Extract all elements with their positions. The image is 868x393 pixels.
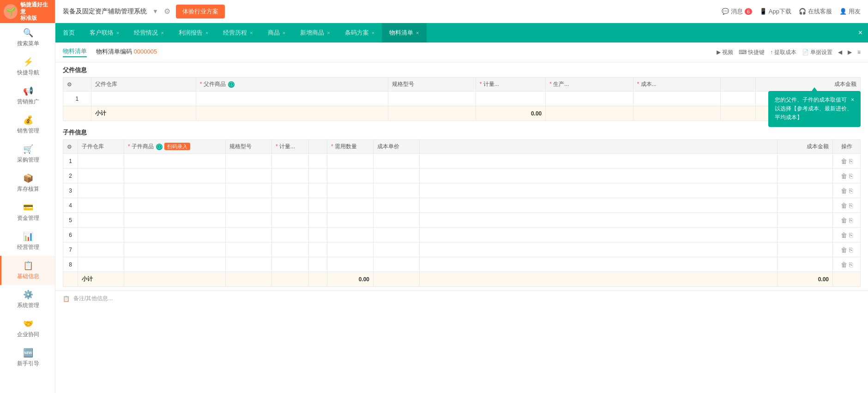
child-row-4-qty[interactable]	[327, 198, 374, 213]
tab-history-close[interactable]: ×	[250, 30, 253, 36]
parent-row-1-production[interactable]	[546, 91, 633, 106]
tooltip-close-button[interactable]: ×	[851, 96, 854, 104]
child-row-5-qty[interactable]	[327, 213, 374, 228]
child-row-5-goods[interactable]	[124, 213, 226, 228]
tab-biz-close[interactable]: ×	[161, 30, 163, 36]
sidebar-item-system[interactable]: ⚙️ 系统管理	[0, 285, 55, 314]
child-row-7-spec[interactable]	[226, 242, 272, 257]
sidebar-item-marketing[interactable]: 📢 营销推广	[0, 81, 55, 110]
delete-icon[interactable]: 🗑	[841, 231, 847, 239]
child-row-2-unit[interactable]	[272, 169, 309, 183]
child-row-7-warehouse[interactable]	[78, 242, 124, 257]
child-row-6-warehouse[interactable]	[78, 228, 124, 242]
tab-bom[interactable]: 物料清单 ×	[382, 23, 426, 42]
copy-icon[interactable]: ⎘	[849, 172, 853, 180]
parent-row-1-cost[interactable]	[633, 91, 720, 106]
child-row-2-spec[interactable]	[226, 169, 272, 183]
child-row-3-unit[interactable]	[272, 183, 309, 198]
child-row-1-qty[interactable]	[327, 154, 374, 169]
child-row-8-warehouse[interactable]	[78, 257, 124, 272]
cost-action[interactable]: ↑ 提取成本	[770, 48, 796, 56]
child-row-3-spec[interactable]	[226, 183, 272, 198]
child-row-5-unit[interactable]	[272, 213, 309, 228]
tab-profit[interactable]: 利润报告 ×	[171, 23, 216, 42]
sub-tab-list[interactable]: 物料清单	[63, 47, 87, 57]
child-row-3-amount[interactable]	[778, 183, 833, 198]
settings-action[interactable]: 📄 单据设置	[802, 48, 832, 56]
tab-customer[interactable]: 客户联络 ×	[82, 23, 127, 42]
sidebar-item-quick-nav[interactable]: ⚡ 快捷导航	[0, 52, 55, 81]
child-col-settings[interactable]: ⚙	[63, 140, 78, 154]
user-action[interactable]: 👤 用友	[839, 7, 861, 16]
app-action[interactable]: 📱 App下载	[760, 7, 791, 16]
child-row-6-goods[interactable]	[124, 228, 226, 242]
child-row-1-amount[interactable]	[778, 154, 833, 169]
scan-badge[interactable]: 扫码录入	[164, 143, 190, 150]
child-row-7-qty[interactable]	[327, 242, 374, 257]
child-row-8-amount[interactable]	[778, 257, 833, 272]
trial-button[interactable]: 体验行业方案	[176, 5, 225, 18]
sidebar-item-ops[interactable]: 📊 经营管理	[0, 227, 55, 256]
sidebar-item-search[interactable]: 🔍 搜索菜单	[0, 23, 55, 52]
child-row-7-unit[interactable]	[272, 242, 309, 257]
child-row-8-qty[interactable]	[327, 257, 374, 272]
child-row-4-amount[interactable]	[778, 198, 833, 213]
parent-row-1-warehouse[interactable]	[91, 91, 196, 106]
child-row-8-unit[interactable]	[272, 257, 309, 272]
child-row-7-amount[interactable]	[778, 242, 833, 257]
child-row-1-spec[interactable]	[226, 154, 272, 169]
parent-row-1-spec[interactable]	[388, 91, 476, 106]
child-row-8-unit-price[interactable]	[374, 257, 420, 272]
delete-icon[interactable]: 🗑	[841, 261, 847, 268]
tab-barcode[interactable]: 条码方案 ×	[338, 23, 382, 42]
copy-icon[interactable]: ⎘	[849, 231, 853, 239]
delete-icon[interactable]: 🗑	[841, 217, 847, 224]
child-row-3-unit-price[interactable]	[374, 183, 420, 198]
child-row-4-unit-price[interactable]	[374, 198, 420, 213]
sidebar-item-finance[interactable]: 💳 资金管理	[0, 198, 55, 227]
sidebar-item-sales[interactable]: 💰 销售管理	[0, 110, 55, 139]
view-action[interactable]: ▶ 视频	[717, 48, 733, 56]
child-row-8-spec[interactable]	[226, 257, 272, 272]
sidebar-item-guide[interactable]: 🆕 新手引导	[0, 343, 55, 372]
message-action[interactable]: 💬 消息 6	[722, 7, 752, 16]
shortcut-action[interactable]: ⌨ 快捷键	[739, 48, 765, 56]
child-row-6-amount[interactable]	[778, 228, 833, 242]
child-row-7-unit-price[interactable]	[374, 242, 420, 257]
tab-new-goods[interactable]: 新增商品 ×	[293, 23, 337, 42]
delete-icon[interactable]: 🗑	[841, 202, 847, 209]
tab-biz[interactable]: 经营情况 ×	[127, 23, 171, 42]
child-row-5-warehouse[interactable]	[78, 213, 124, 228]
tab-history[interactable]: 经营历程 ×	[216, 23, 260, 42]
child-row-1-goods[interactable]	[124, 154, 226, 169]
copy-icon[interactable]: ⎘	[849, 217, 853, 224]
system-title-dropdown[interactable]: ▼	[152, 8, 158, 15]
child-row-2-qty[interactable]	[327, 169, 374, 183]
child-row-6-unit[interactable]	[272, 228, 309, 242]
child-row-6-qty[interactable]	[327, 228, 374, 242]
child-row-1-unit-price[interactable]	[374, 154, 420, 169]
tab-customer-close[interactable]: ×	[116, 30, 119, 36]
child-row-1-unit[interactable]	[272, 154, 309, 169]
parent-row-1-unit[interactable]	[476, 91, 545, 106]
copy-icon[interactable]: ⎘	[849, 246, 853, 254]
service-action[interactable]: 🎧 在线客服	[799, 7, 832, 16]
delete-icon[interactable]: 🗑	[841, 187, 847, 194]
child-row-6-spec[interactable]	[226, 228, 272, 242]
tab-goods[interactable]: 商品 ×	[260, 23, 293, 42]
nav-close-all[interactable]: ×	[853, 29, 868, 37]
sidebar-item-collab[interactable]: 🤝 企业协同	[0, 314, 55, 343]
child-row-5-spec[interactable]	[226, 213, 272, 228]
child-row-6-unit-price[interactable]	[374, 228, 420, 242]
child-row-8-goods[interactable]	[124, 257, 226, 272]
child-row-7-goods[interactable]	[124, 242, 226, 257]
tab-home[interactable]: 首页	[55, 23, 82, 42]
delete-icon[interactable]: 🗑	[841, 157, 847, 165]
nav-left-icon[interactable]: ◀	[838, 49, 842, 55]
delete-icon[interactable]: 🗑	[841, 246, 847, 254]
tab-profit-close[interactable]: ×	[205, 30, 208, 36]
parent-row-1-goods[interactable]	[196, 91, 388, 106]
sidebar-item-inventory[interactable]: 📦 库存核算	[0, 169, 55, 198]
tab-new-goods-close[interactable]: ×	[327, 30, 330, 36]
child-row-5-unit-price[interactable]	[374, 213, 420, 228]
